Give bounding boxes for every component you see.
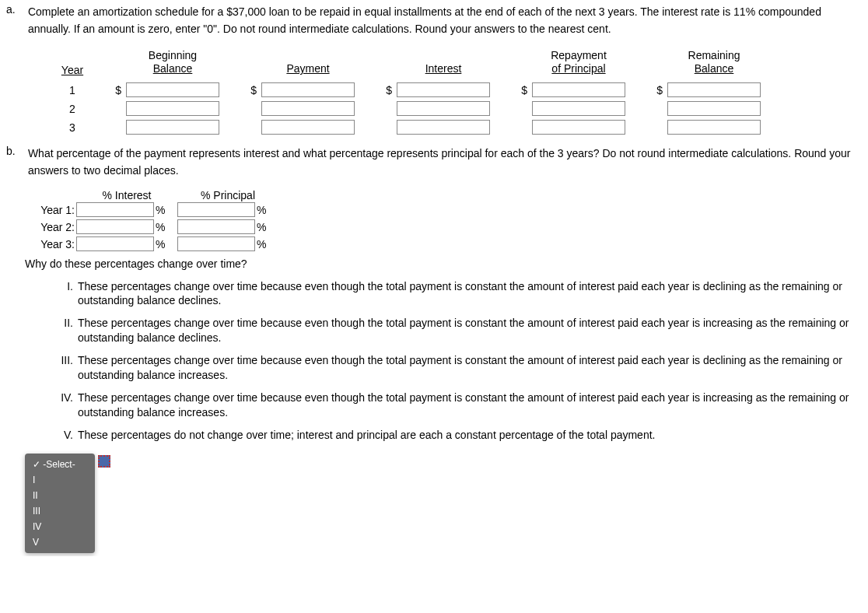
amort-row-2: 2 bbox=[37, 100, 862, 118]
amort-header-row: Year Beginning Balance Payment Interest bbox=[37, 49, 862, 76]
select-option-placeholder[interactable]: -Select- bbox=[25, 457, 95, 472]
select-dropdown[interactable]: -Select- I II III IV V bbox=[25, 454, 95, 553]
y3-beginning-input[interactable] bbox=[126, 120, 219, 135]
header-year: Year bbox=[37, 64, 107, 76]
options-list: I. These percentages change over time be… bbox=[53, 279, 862, 443]
option-iii: III. These percentages change over time … bbox=[53, 353, 862, 383]
question-b: b. What percentage of the payment repres… bbox=[6, 145, 862, 180]
question-a: a. Complete an amortization schedule for… bbox=[6, 3, 862, 38]
select-trigger-icon[interactable] bbox=[98, 455, 110, 468]
y1-pct-interest-input[interactable] bbox=[76, 202, 154, 217]
y2-interest-input[interactable] bbox=[397, 101, 490, 116]
part-b-label: b. bbox=[6, 145, 25, 157]
part-a-text: Complete an amortization schedule for a … bbox=[28, 3, 860, 38]
pct-header-principal: % Principal bbox=[177, 189, 278, 201]
pct-row-3: Year 3: % % bbox=[30, 236, 862, 253]
year-3-label: 3 bbox=[37, 121, 107, 134]
part-a-label: a. bbox=[6, 3, 25, 16]
amort-row-1: 1 $ $ $ $ $ bbox=[37, 81, 862, 100]
pct-y2-label: Year 2: bbox=[30, 221, 76, 233]
y3-pct-principal-input[interactable] bbox=[177, 236, 255, 251]
y2-repayment-input[interactable] bbox=[532, 101, 625, 116]
pct-y1-label: Year 1: bbox=[30, 204, 76, 216]
select-option-ii[interactable]: II bbox=[25, 488, 95, 503]
part-b-text: What percentage of the payment represent… bbox=[28, 145, 860, 180]
answer-select[interactable]: -Select- I II III IV V bbox=[25, 454, 110, 553]
option-ii: II. These percentages change over time b… bbox=[53, 316, 862, 345]
y1-payment-input[interactable] bbox=[261, 82, 355, 97]
pct-row-2: Year 2: % % bbox=[30, 219, 862, 236]
option-v: V. These percentages do not change over … bbox=[53, 428, 862, 443]
option-i: I. These percentages change over time be… bbox=[53, 279, 862, 309]
select-option-iv[interactable]: IV bbox=[25, 519, 95, 534]
pct-header-row: % Interest % Principal bbox=[30, 189, 862, 201]
year-2-label: 2 bbox=[37, 103, 107, 115]
header-repayment: Repayment of Principal bbox=[532, 49, 625, 76]
y3-remaining-input[interactable] bbox=[667, 120, 761, 135]
amort-row-3: 3 bbox=[37, 118, 862, 137]
y1-remaining-input[interactable] bbox=[667, 82, 761, 97]
pct-y3-label: Year 3: bbox=[30, 238, 76, 250]
header-remaining: Remaining Balance bbox=[667, 49, 761, 76]
select-option-iii[interactable]: III bbox=[25, 503, 95, 519]
y2-beginning-input[interactable] bbox=[126, 101, 219, 116]
y2-remaining-input[interactable] bbox=[667, 101, 761, 116]
select-option-v[interactable]: V bbox=[25, 534, 95, 550]
y3-payment-input[interactable] bbox=[261, 120, 355, 135]
pct-header-interest: % Interest bbox=[76, 189, 177, 201]
year-1-label: 1 bbox=[37, 84, 107, 96]
select-option-i[interactable]: I bbox=[25, 472, 95, 488]
y2-payment-input[interactable] bbox=[261, 101, 355, 116]
y1-repayment-input[interactable] bbox=[532, 82, 625, 97]
header-payment: Payment bbox=[261, 49, 355, 76]
option-iv: IV. These percentages change over time b… bbox=[53, 391, 862, 420]
y1-interest-input[interactable] bbox=[397, 82, 490, 97]
why-question: Why do these percentages change over tim… bbox=[25, 257, 862, 270]
percentage-table: % Interest % Principal Year 1: % % Year … bbox=[30, 189, 862, 253]
y2-pct-principal-input[interactable] bbox=[177, 219, 255, 234]
y2-pct-interest-input[interactable] bbox=[76, 219, 154, 234]
y1-beginning-input[interactable] bbox=[126, 82, 219, 97]
y1-pct-principal-input[interactable] bbox=[177, 202, 255, 217]
header-beginning: Beginning Balance bbox=[126, 49, 219, 76]
y3-repayment-input[interactable] bbox=[532, 120, 625, 135]
y3-interest-input[interactable] bbox=[397, 120, 490, 135]
header-interest: Interest bbox=[397, 49, 490, 76]
y3-pct-interest-input[interactable] bbox=[76, 236, 154, 251]
amortization-table: Year Beginning Balance Payment Interest bbox=[37, 49, 862, 137]
pct-row-1: Year 1: % % bbox=[30, 201, 862, 219]
